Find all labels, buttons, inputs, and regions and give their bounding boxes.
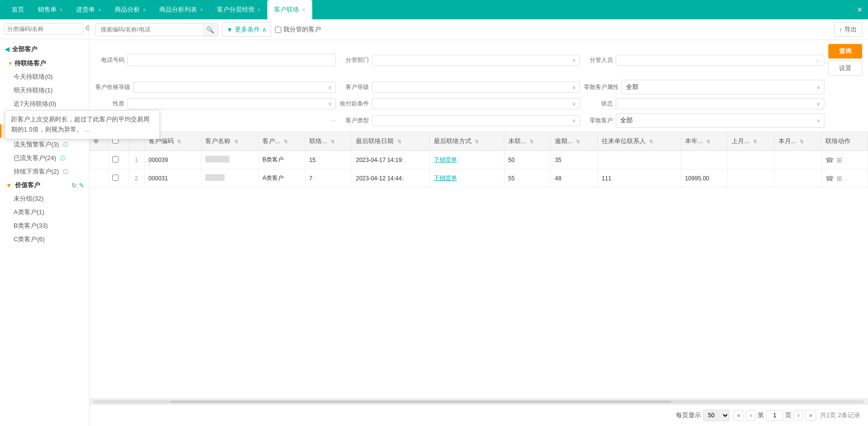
- export-btn[interactable]: ↑ 导出: [834, 22, 863, 37]
- overdue-sort-icon[interactable]: ⇅: [576, 139, 580, 144]
- sidebar-churn-warning[interactable]: 流失预警客户(3) ⓘ: [0, 138, 89, 151]
- customer-type-chev: ∨: [572, 118, 576, 123]
- page-size-select-input[interactable]: 50 20 100: [703, 410, 730, 421]
- sidebar-c-class[interactable]: C类客户(6): [0, 233, 89, 246]
- row2-more-icon[interactable]: ⊞: [837, 175, 842, 182]
- filter-more-btn[interactable]: ···: [331, 117, 336, 124]
- col-last-date[interactable]: 最后联络日期 ⇅: [352, 132, 430, 151]
- sidebar-search-input[interactable]: [4, 23, 83, 35]
- nav-product-analysis-list[interactable]: 商品分析列表 ×: [152, 0, 210, 19]
- col-this-month[interactable]: 本月... ⇅: [775, 132, 822, 151]
- horizontal-scrollbar[interactable]: [90, 398, 868, 404]
- pending-sort-icon[interactable]: ⇅: [530, 139, 533, 144]
- col-pending[interactable]: 未联... ⇅: [504, 132, 551, 151]
- row1-check[interactable]: [108, 151, 128, 169]
- nav-customer-tier[interactable]: 客户分层经营 ×: [210, 0, 267, 19]
- action-buttons: 查询 设置: [828, 44, 862, 76]
- last-method-sort-icon[interactable]: ⇅: [475, 139, 479, 144]
- col-this-year[interactable]: 本年... ⇅: [681, 132, 728, 151]
- col-contact[interactable]: 联络... ⇅: [305, 132, 352, 151]
- contact-sort-icon[interactable]: ⇅: [331, 139, 335, 144]
- category-sort-icon[interactable]: ⇅: [284, 139, 288, 144]
- my-customer-checkbox[interactable]: [275, 27, 281, 33]
- name-sort-icon[interactable]: ⇅: [234, 139, 238, 144]
- row1-more-icon[interactable]: ⊞: [837, 156, 842, 164]
- customer-level-select[interactable]: ∨: [372, 82, 580, 93]
- close-customer-contact-tab[interactable]: ×: [302, 7, 305, 13]
- nature-select[interactable]: ∨: [127, 98, 336, 109]
- my-customer-check[interactable]: 我分管的客户: [275, 25, 321, 34]
- col-name[interactable]: 客户名称 ⇅: [201, 132, 259, 151]
- this-year-sort-icon[interactable]: ⇅: [706, 139, 710, 144]
- col-last-method[interactable]: 最后联络方式 ⇅: [429, 132, 504, 151]
- col-category[interactable]: 客户... ⇅: [259, 132, 305, 151]
- row1-contact-icon[interactable]: ☎: [825, 156, 834, 164]
- col-contact-person[interactable]: 往来单位联系人 ⇅: [597, 132, 681, 151]
- nav-home[interactable]: 首页: [5, 0, 31, 19]
- row2-code[interactable]: 000031: [144, 169, 201, 188]
- next-page-btn[interactable]: ›: [793, 410, 803, 421]
- row1-checkbox[interactable]: [112, 156, 119, 162]
- close-purchase-tab[interactable]: ×: [98, 7, 101, 13]
- row2-last-method[interactable]: 下销货单: [429, 169, 504, 188]
- sidebar-all-customers[interactable]: ◀ 全部客户: [0, 42, 89, 57]
- nav-purchase[interactable]: 进货单 ×: [69, 0, 107, 19]
- row1-code[interactable]: 000039: [144, 151, 201, 169]
- sidebar-a-class[interactable]: A类客户(1): [0, 206, 89, 219]
- sidebar-declining[interactable]: 持续下滑客户(2) ⓘ: [0, 165, 89, 178]
- prev-page-btn[interactable]: ‹: [746, 410, 756, 421]
- manager-select[interactable]: ···: [616, 55, 824, 66]
- contact-person-sort-icon[interactable]: ⇅: [649, 139, 653, 144]
- close-window-button[interactable]: ×: [857, 5, 862, 15]
- status-select[interactable]: ∨: [616, 98, 824, 109]
- row2-check[interactable]: [108, 169, 128, 188]
- last-page-btn[interactable]: »: [805, 410, 816, 421]
- main-search-input[interactable]: [96, 24, 202, 35]
- code-sort-icon[interactable]: ⇅: [177, 139, 181, 144]
- sidebar-7day-contact[interactable]: 近7天待联络(0): [0, 97, 89, 111]
- price-level-select[interactable]: ∨: [133, 82, 336, 93]
- col-overdue[interactable]: 逾期... ⇅: [551, 132, 598, 151]
- nav-customer-contact[interactable]: 客户联络 ×: [267, 0, 312, 19]
- tooltip-more[interactable]: ...: [84, 126, 90, 133]
- retail-customer-select[interactable]: 全部 ∨: [616, 113, 824, 128]
- settings-button[interactable]: 设置: [828, 60, 862, 76]
- nav-product-analysis[interactable]: 商品分析 ×: [108, 0, 152, 19]
- edit-icon[interactable]: ✎: [79, 182, 84, 189]
- customer-type-select[interactable]: ∨: [372, 115, 580, 126]
- row1-last-method[interactable]: 下销货单: [429, 151, 504, 169]
- row2-settings: [90, 169, 108, 188]
- row2-checkbox[interactable]: [112, 175, 119, 181]
- scroll-thumb[interactable]: [170, 400, 671, 403]
- last-date-sort-icon[interactable]: ⇅: [397, 139, 401, 144]
- value-customer-section[interactable]: ▼ 价值客户 ↻ ✎: [0, 178, 89, 192]
- nav-sales[interactable]: 销售单 ×: [31, 0, 69, 19]
- close-product-analysis-list-tab[interactable]: ×: [200, 7, 203, 13]
- this-month-sort-icon[interactable]: ⇅: [800, 139, 804, 144]
- close-customer-tier-tab[interactable]: ×: [258, 7, 260, 13]
- current-page-input[interactable]: [766, 410, 783, 421]
- pending-contact-header[interactable]: ▼ 待联络客户: [0, 57, 89, 70]
- payment-select[interactable]: ∨: [372, 98, 580, 109]
- query-button[interactable]: 查询: [828, 44, 862, 59]
- retail-attr-select[interactable]: 全部 ∨: [622, 80, 824, 94]
- row2-contact-icon[interactable]: ☎: [825, 175, 834, 182]
- sidebar-churned[interactable]: 已流失客户(24) ⓘ: [0, 151, 89, 165]
- close-product-analysis-tab[interactable]: ×: [143, 7, 146, 13]
- sidebar-unclassified[interactable]: 未分组(32): [0, 192, 89, 206]
- main-search-icon[interactable]: 🔍: [202, 24, 218, 36]
- dept-select[interactable]: ∨: [372, 55, 580, 66]
- close-sales-tab[interactable]: ×: [60, 7, 62, 13]
- last-month-sort-icon[interactable]: ⇅: [753, 139, 757, 144]
- sidebar-today-contact[interactable]: 今天待联络(0): [0, 70, 89, 84]
- first-page-btn[interactable]: «: [733, 410, 745, 421]
- sidebar-b-class[interactable]: B类客户(33): [0, 219, 89, 233]
- sidebar-search-icon[interactable]: 🔍: [85, 25, 90, 33]
- row2-name[interactable]: [201, 169, 259, 188]
- more-conditions-btn[interactable]: ▼ 更多条件 ∧: [222, 22, 271, 37]
- refresh-icon[interactable]: ↻: [72, 182, 77, 189]
- row1-name[interactable]: [201, 151, 259, 169]
- phone-input[interactable]: [127, 54, 336, 66]
- col-last-month[interactable]: 上月... ⇅: [728, 132, 775, 151]
- sidebar-tomorrow-contact[interactable]: 明天待联络(1): [0, 84, 89, 97]
